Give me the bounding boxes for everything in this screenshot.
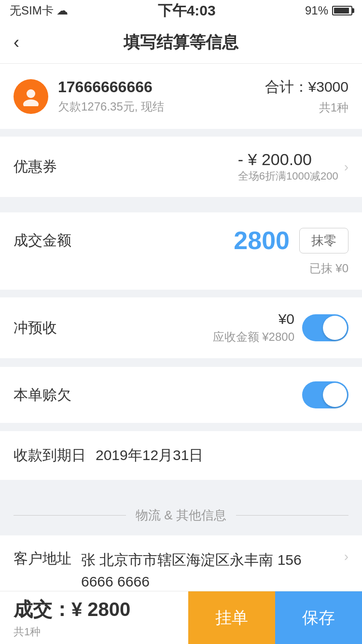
- battery-percent: 91%: [305, 4, 328, 17]
- main-content: 17666666666 欠款1276.35元, 现结 合计：¥3000 共1种 …: [0, 64, 362, 644]
- coupon-amount: - ¥ 200.00: [238, 150, 338, 169]
- section-divider-3: [0, 488, 362, 495]
- user-phone: 17666666666: [58, 78, 164, 96]
- logistics-text: 物流 & 其他信息: [136, 507, 226, 524]
- prepay-label: 冲预收: [14, 318, 57, 338]
- hold-button[interactable]: 挂单: [188, 591, 275, 644]
- prepay-row: 冲预收 ¥0 应收金额 ¥2800: [0, 297, 362, 358]
- amount-label: 成交金额: [14, 231, 71, 251]
- due-date-label: 收款到期日: [14, 446, 86, 465]
- bottom-total-value: ¥ 2800: [71, 599, 130, 620]
- bottom-count: 共1种: [14, 625, 175, 639]
- due-date-value: 2019年12月31日: [96, 446, 203, 465]
- user-count: 共1种: [265, 100, 348, 115]
- bottom-bar: 成交：¥ 2800 共1种 挂单 保存: [0, 591, 362, 644]
- amount-section: 成交金额 2800 抹零 已抹 ¥0: [0, 212, 362, 290]
- status-left: 无SIM卡 ☁: [10, 3, 68, 18]
- coupon-desc: 全场6折满1000减200: [238, 169, 338, 183]
- user-subtitle: 欠款1276.35元, 现结: [58, 99, 164, 114]
- address-chevron-icon: ›: [344, 549, 348, 564]
- round-zero-button[interactable]: 抹零: [299, 228, 348, 253]
- credit-label: 本单赊欠: [14, 385, 71, 405]
- coupon-label: 优惠券: [14, 157, 57, 177]
- address-label: 客户地址: [14, 549, 71, 569]
- user-total: 合计：¥3000: [265, 77, 348, 97]
- credit-toggle[interactable]: [302, 381, 348, 408]
- svg-point-0: [27, 89, 35, 98]
- svg-point-1: [23, 99, 39, 106]
- logistics-line-right: [236, 515, 348, 516]
- back-button[interactable]: ‹: [14, 32, 19, 53]
- avatar: [14, 79, 48, 114]
- bottom-total-label: 成交：: [14, 599, 71, 620]
- page-title: 填写结算等信息: [124, 31, 238, 54]
- prepay-sub: 应收金额 ¥2800: [213, 329, 294, 345]
- logistics-header: 物流 & 其他信息: [0, 495, 362, 535]
- nav-bar: ‹ 填写结算等信息: [0, 21, 362, 64]
- credit-row: 本单赊欠: [0, 367, 362, 423]
- amount-sub: 已抹 ¥0: [14, 261, 348, 276]
- prepay-toggle[interactable]: [302, 314, 348, 341]
- section-divider-2: [0, 359, 362, 367]
- address-value: 张 北京市市辖区海淀区永丰南 156 6666 6666: [81, 549, 334, 592]
- sim-status: 无SIM卡 ☁: [10, 3, 68, 18]
- prepay-value: ¥0: [213, 311, 294, 327]
- coupon-row[interactable]: 优惠券 - ¥ 200.00 全场6折满1000减200 ›: [0, 137, 362, 197]
- status-time: 下午4:03: [158, 1, 216, 21]
- battery-icon: [332, 6, 352, 15]
- amount-value: 2800: [234, 226, 290, 255]
- status-right: 91%: [305, 4, 352, 17]
- bottom-total: 成交：¥ 2800: [14, 596, 175, 623]
- due-date-row: 收款到期日 2019年12月31日: [0, 431, 362, 480]
- save-button[interactable]: 保存: [275, 591, 362, 644]
- section-divider: [0, 205, 362, 212]
- logistics-line-left: [14, 515, 126, 516]
- status-bar: 无SIM卡 ☁ 下午4:03 91%: [0, 0, 362, 21]
- user-info-row: 17666666666 欠款1276.35元, 现结 合计：¥3000 共1种: [0, 64, 362, 129]
- bottom-info: 成交：¥ 2800 共1种: [0, 596, 188, 639]
- chevron-right-icon: ›: [344, 159, 348, 175]
